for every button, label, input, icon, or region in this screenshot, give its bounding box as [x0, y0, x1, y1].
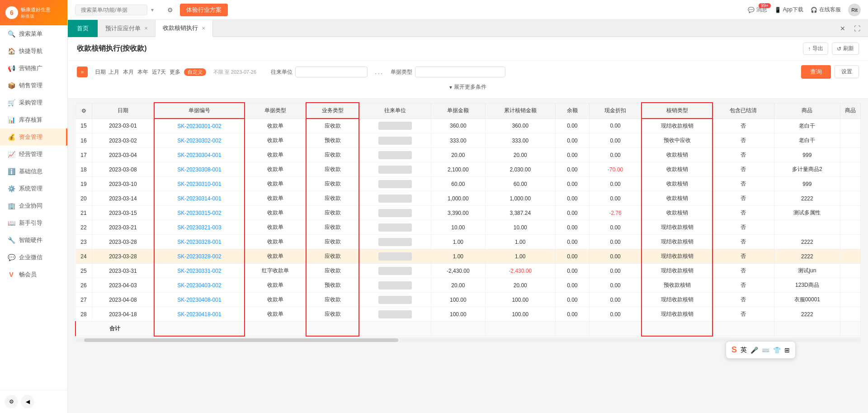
total-write-off-type	[642, 322, 712, 336]
total-label: 合计	[75, 322, 154, 336]
sidebar-collapse-btn[interactable]: ◀	[21, 395, 34, 408]
finance-icon: 💰	[7, 133, 15, 141]
member-icon: V	[7, 271, 15, 278]
doc-no-link[interactable]: SK-20230308-001	[177, 166, 221, 173]
doc-no-link[interactable]: SK-20230328-001	[177, 239, 221, 245]
doc-no-link[interactable]: SK-20230314-001	[177, 195, 221, 202]
cell-counterpart: ████	[359, 148, 431, 162]
cell-goods2	[840, 206, 861, 220]
message-button[interactable]: 💬 消息 99+	[748, 6, 767, 14]
cell-goods: 123D商品	[774, 278, 840, 293]
filter-custom-label[interactable]: 自定义	[184, 68, 206, 76]
doc-no-link[interactable]: SK-20230403-002	[177, 282, 221, 289]
cell-goods: 999	[774, 177, 840, 191]
tab-home[interactable]: 首页	[68, 20, 98, 37]
expand-more-row[interactable]: ▾ 展开更多条件	[77, 81, 859, 94]
sidebar-item-member[interactable]: V 畅会员	[0, 266, 67, 283]
filter-doc-type-select[interactable]	[415, 66, 505, 77]
filter-settings-button[interactable]: 设置	[835, 65, 859, 78]
doc-no-link[interactable]: SK-20230304-001	[177, 152, 221, 158]
sidebar-item-hardware[interactable]: 🔧 智能硬件	[0, 232, 67, 249]
date-link-this-month[interactable]: 本月	[123, 68, 134, 76]
cell-write-off-type: 现结收款核销	[642, 235, 712, 249]
sidebar-item-inventory[interactable]: 📊 库存核算	[0, 111, 67, 128]
sidebar-item-wechat[interactable]: 💬 企业微信	[0, 249, 67, 266]
date-link-this-year[interactable]: 本年	[137, 68, 148, 76]
tab-fullscreen-btn[interactable]: ⛶	[852, 23, 863, 34]
doc-no-link[interactable]: SK-20230302-002	[177, 138, 221, 144]
cell-date: 2023-03-15	[92, 206, 154, 220]
solution-button[interactable]: 体验行业方案	[180, 4, 228, 16]
tab-write-off[interactable]: 收款核销执行 ✕	[156, 20, 213, 37]
refresh-icon: ↺	[837, 46, 841, 52]
doc-no-link[interactable]: SK-20230315-002	[177, 210, 221, 216]
sidebar-item-company[interactable]: 🏢 企业协同	[0, 197, 67, 214]
sidebar-item-marketing[interactable]: 📢 营销推广	[0, 60, 67, 77]
sidebar-settings-btn[interactable]: ⚙	[5, 395, 18, 408]
topbar-search-input[interactable]	[75, 5, 147, 15]
th-total-write-off: 累计核销金额	[485, 103, 555, 119]
export-button[interactable]: ↑ 导出	[803, 43, 828, 55]
th-amount: 单据金额	[431, 103, 486, 119]
topbar-gear-btn[interactable]: ⚙	[164, 4, 176, 16]
doc-no-link[interactable]: SK-20230321-003	[177, 224, 221, 231]
filter-doc-type-select-wrapper	[415, 66, 505, 77]
sidebar-item-search[interactable]: 🔍 搜索菜单	[0, 25, 67, 43]
filter-counterpart-input[interactable]	[295, 66, 368, 77]
cell-total-write-off: 333.00	[485, 133, 555, 148]
doc-no-link[interactable]: SK-20230331-002	[177, 268, 221, 274]
cell-amount: 100.00	[431, 293, 486, 307]
total-include-settled	[712, 322, 774, 336]
date-link-more[interactable]: 更多	[170, 68, 180, 76]
doc-no-link[interactable]: SK-20230301-002	[177, 123, 221, 129]
cell-amount: 20.00	[431, 278, 486, 293]
cell-num: 15	[75, 119, 92, 133]
sidebar-menu: 🔍 搜索菜单 🏠 快捷导航 📢 营销推广 📦 销售管理 🛒 采购管理 📊 库存核…	[0, 25, 67, 390]
cell-write-off-type: 现结收款核销	[642, 293, 712, 307]
topbar-dropdown-icon[interactable]: ▾	[151, 5, 160, 14]
doc-no-link[interactable]: SK-20230310-001	[177, 181, 221, 187]
user-avatar[interactable]: Rit	[848, 4, 861, 16]
message-badge: 99+	[759, 3, 771, 8]
date-link-last-7-days[interactable]: 近7天	[152, 68, 166, 76]
online-service-button[interactable]: 🎧 在线客服	[811, 6, 841, 14]
topbar-breadcrumb: ▾ ⚙ 体验行业方案	[75, 4, 742, 16]
refresh-button[interactable]: ↺ 刷新	[832, 43, 859, 55]
filter-query-button[interactable]: 查询	[801, 65, 831, 79]
sidebar-item-purchase[interactable]: 🛒 采购管理	[0, 94, 67, 111]
cell-num: 17	[75, 148, 92, 162]
sidebar-item-basic[interactable]: ℹ️ 基础信息	[0, 163, 67, 180]
cell-include-settled: 否	[712, 133, 774, 148]
cell-write-off-type: 预收款核销	[642, 278, 712, 293]
scrollbar-thumb[interactable]	[84, 338, 398, 342]
cell-counterpart: ████	[359, 220, 431, 235]
cell-goods: 999	[774, 148, 840, 162]
tab-pending[interactable]: 预计应应付单 ✕	[98, 20, 156, 37]
app-icon: 📱	[774, 7, 781, 13]
sidebar-item-quick[interactable]: 🏠 快捷导航	[0, 43, 67, 60]
cell-write-off-type: 现结收款核销	[642, 119, 712, 133]
company-icon: 🏢	[7, 202, 15, 209]
doc-no-link[interactable]: SK-20230418-001	[177, 311, 221, 318]
sidebar-label-guide: 新手引导	[19, 219, 42, 227]
tab-pending-close[interactable]: ✕	[144, 26, 148, 31]
sidebar-item-finance[interactable]: 💰 资金管理	[0, 128, 67, 146]
sidebar-item-system[interactable]: ⚙️ 系统管理	[0, 180, 67, 197]
sidebar-item-sales[interactable]: 📦 销售管理	[0, 77, 67, 94]
wechat-icon: 💬	[7, 254, 15, 261]
doc-no-link[interactable]: SK-20230408-001	[177, 297, 221, 303]
cell-goods2	[840, 307, 861, 322]
cell-total-write-off: 2,030.00	[485, 162, 555, 177]
tab-write-off-close[interactable]: ✕	[202, 26, 205, 31]
sidebar-item-guide[interactable]: 📖 新手引导	[0, 214, 67, 232]
sidebar-item-operations[interactable]: 📈 经营管理	[0, 146, 67, 163]
date-link-last-month[interactable]: 上月	[108, 68, 119, 76]
app-download-button[interactable]: 📱 App下载	[774, 6, 803, 14]
cell-write-off-type: 预收中应收	[642, 133, 712, 148]
doc-no-link[interactable]: SK-20230328-002	[177, 253, 221, 260]
cell-num: 19	[75, 177, 92, 191]
tab-close-all-btn[interactable]: ✕	[837, 23, 848, 34]
filter-expand-button[interactable]: »	[77, 66, 88, 77]
th-settings[interactable]: ⚙	[75, 103, 92, 119]
ime-overlay: S 英 🎤 ⌨️ 👕 ⊞	[726, 341, 796, 359]
